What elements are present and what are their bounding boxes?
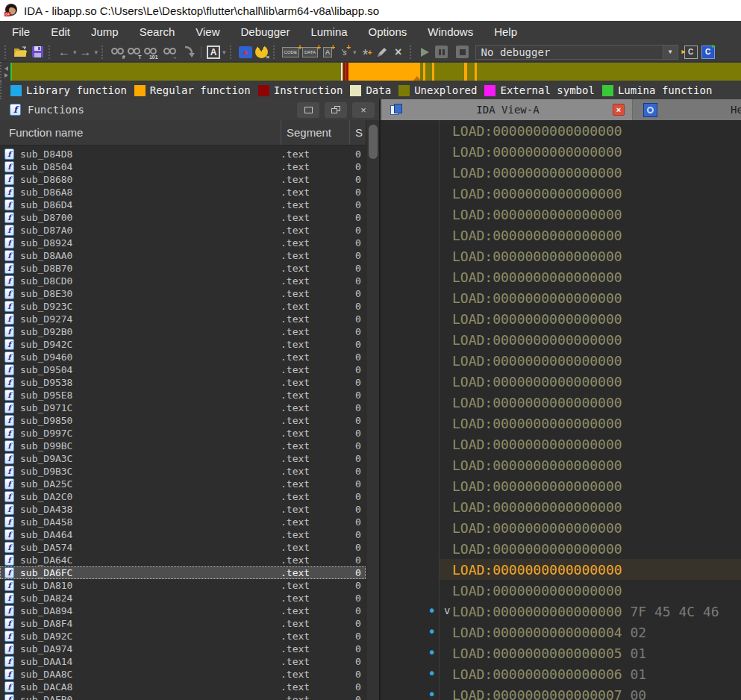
jump-button[interactable] xyxy=(182,44,196,60)
tab-close-button[interactable]: × xyxy=(613,104,625,116)
disassembly-line[interactable]: LOAD:0000000000000000 xyxy=(381,496,741,517)
toolbar-drag-handle[interactable] xyxy=(410,46,414,59)
make-struct-button[interactable]: 's+ xyxy=(337,44,351,60)
make-code-button[interactable]: CODE+ xyxy=(282,44,299,60)
functions-column-header[interactable]: Function name Segment S xyxy=(0,120,379,146)
disassembly-line[interactable]: •LOAD:0000000000000007 00 xyxy=(381,684,741,700)
disassembly-line[interactable]: LOAD:0000000000000000 xyxy=(381,371,741,392)
disassembly-line[interactable]: •LOAD:0000000000000005 01 xyxy=(381,643,741,663)
table-row[interactable]: fsub_D9504.text0 xyxy=(0,363,366,376)
search-next-button[interactable]: → xyxy=(163,44,176,60)
navigation-band[interactable] xyxy=(10,63,741,81)
attach-remote-button[interactable]: ▸C xyxy=(684,46,698,59)
table-row[interactable]: fsub_D971C.text0 xyxy=(0,401,366,414)
table-row[interactable]: fsub_DA92C.text0 xyxy=(0,630,366,643)
problems-button[interactable]: ▲ xyxy=(239,44,252,60)
edit-button[interactable] xyxy=(375,44,389,60)
debugger-selector[interactable]: No debugger ▼ xyxy=(475,45,678,60)
disassembly-line[interactable]: •vLOAD:0000000000000000 7F 45 4C 46 xyxy=(381,601,741,622)
table-row[interactable]: fsub_DA824.text0 xyxy=(0,592,366,604)
toolbar-drag-handle[interactable] xyxy=(49,46,53,59)
table-row[interactable]: fsub_D87A0.text0 xyxy=(0,224,366,237)
scrollbar-thumb[interactable] xyxy=(369,125,378,159)
table-row[interactable]: fsub_D8E30.text0 xyxy=(0,287,366,300)
table-row[interactable]: fsub_DA574.text0 xyxy=(0,541,366,554)
debugger-dropdown-button[interactable]: ▼ xyxy=(663,46,678,59)
table-row[interactable]: fsub_D9538.text0 xyxy=(0,376,366,389)
table-row[interactable]: fsub_D84D8.text0 xyxy=(0,148,366,160)
close-button[interactable]: × xyxy=(352,102,375,118)
disassembly-line[interactable]: LOAD:0000000000000000 xyxy=(381,350,741,371)
disassembly-line[interactable]: LOAD:0000000000000000 xyxy=(381,454,741,475)
functions-scrollbar[interactable] xyxy=(366,120,379,700)
toolbar-drag-handle[interactable] xyxy=(101,46,106,59)
undefine-button[interactable]: *+ xyxy=(359,44,372,60)
disassembly-line[interactable]: LOAD:0000000000000000 xyxy=(381,120,741,141)
table-row[interactable]: fsub_D9274.text0 xyxy=(0,313,366,325)
disassembly-line[interactable]: LOAD:0000000000000000 xyxy=(381,287,741,308)
table-row[interactable]: fsub_D997C.text0 xyxy=(0,427,366,440)
navband-right-arrow-icon[interactable] xyxy=(4,73,8,78)
table-row[interactable]: fsub_D9B3C.text0 xyxy=(0,465,366,478)
collapse-chevron-icon[interactable]: v xyxy=(444,604,450,616)
disassembly-line[interactable]: LOAD:0000000000000000 xyxy=(381,580,741,601)
table-row[interactable]: fsub_DA6FC.text0 xyxy=(0,566,366,579)
table-row[interactable]: fsub_D942C.text0 xyxy=(0,338,366,351)
table-row[interactable]: fsub_D86A8.text0 xyxy=(0,186,366,199)
table-row[interactable]: fsub_D95E8.text0 xyxy=(0,389,366,401)
disassembly-line[interactable]: LOAD:0000000000000000 xyxy=(381,204,741,225)
table-row[interactable]: fsub_D9850.text0 xyxy=(0,414,366,427)
disassembly-line[interactable]: LOAD:0000000000000000 xyxy=(381,308,741,329)
maximize-button[interactable] xyxy=(297,102,319,118)
table-row[interactable]: fsub_D99BC.text0 xyxy=(0,440,366,452)
text-view-button[interactable]: A xyxy=(207,44,220,60)
disassembly-line[interactable]: •LOAD:0000000000000004 02 xyxy=(381,622,741,643)
navband-scroll-arrows[interactable] xyxy=(0,62,10,81)
table-row[interactable]: fsub_D8680.text0 xyxy=(0,173,366,186)
table-row[interactable]: fsub_D8504.text0 xyxy=(0,160,366,173)
disassembly-line[interactable]: LOAD:0000000000000000 xyxy=(381,141,741,162)
disassembly-line-selected[interactable]: LOAD:0000000000000000 xyxy=(381,559,741,580)
make-data-button[interactable]: DATA+ xyxy=(302,44,318,60)
make-dropdown-icon[interactable]: ▾ xyxy=(353,49,357,56)
disassembly-line[interactable]: LOAD:0000000000000000 xyxy=(381,162,741,183)
table-row[interactable]: fsub_DA25C.text0 xyxy=(0,478,366,490)
column-function-name[interactable]: Function name xyxy=(0,126,281,139)
menu-lumina[interactable]: Lumina xyxy=(300,21,357,43)
navigate-back-button[interactable]: ← xyxy=(57,44,71,60)
toolbar-drag-handle[interactable] xyxy=(230,46,234,59)
disassembly-line[interactable]: LOAD:0000000000000000 xyxy=(381,434,741,454)
menu-windows[interactable]: Windows xyxy=(417,21,484,43)
menu-debugger[interactable]: Debugger xyxy=(231,21,301,43)
menu-help[interactable]: Help xyxy=(484,21,528,43)
table-row[interactable]: fsub_D8CD0.text0 xyxy=(0,275,366,287)
table-row[interactable]: fsub_DA458.text0 xyxy=(0,516,366,528)
table-row[interactable]: fsub_DA894.text0 xyxy=(0,604,366,617)
disassembly-line[interactable]: LOAD:0000000000000000 xyxy=(381,246,741,266)
disassembly-line[interactable]: LOAD:0000000000000000 xyxy=(381,517,741,538)
make-string-button[interactable]: A+ xyxy=(321,44,334,60)
text-view-dropdown-icon[interactable]: ▾ xyxy=(222,49,226,56)
search-text-button[interactable]: T xyxy=(127,44,140,60)
menu-jump[interactable]: Jump xyxy=(81,21,129,43)
menu-search[interactable]: Search xyxy=(129,21,186,43)
table-row[interactable]: fsub_D8924.text0 xyxy=(0,237,366,249)
restore-button[interactable] xyxy=(325,102,347,118)
table-row[interactable]: fsub_DA974.text0 xyxy=(0,643,366,655)
disassembly-line[interactable]: LOAD:0000000000000000 xyxy=(381,266,741,287)
tab-ida-view-a[interactable]: IDA View-A × xyxy=(382,99,633,120)
search-binary-button[interactable]: 101 xyxy=(143,44,157,60)
disassembly-line[interactable]: •LOAD:0000000000000006 01 xyxy=(381,663,741,684)
table-row[interactable]: fsub_DAEB0.text0 xyxy=(0,693,366,700)
table-row[interactable]: fsub_DA464.text0 xyxy=(0,528,366,541)
disassembly-line[interactable]: LOAD:0000000000000000 xyxy=(381,538,741,559)
disassembly-line[interactable]: LOAD:0000000000000000 xyxy=(381,475,741,496)
back-dropdown-icon[interactable]: ▾ xyxy=(73,49,77,56)
table-row[interactable]: fsub_D8700.text0 xyxy=(0,211,366,224)
pause-process-button[interactable] xyxy=(435,44,448,60)
table-row[interactable]: fsub_D8AA0.text0 xyxy=(0,249,366,262)
hex-view-title-partial[interactable]: He xyxy=(731,104,741,116)
start-process-button[interactable] xyxy=(419,44,432,60)
table-row[interactable]: fsub_DAA8C.text0 xyxy=(0,668,366,681)
forward-dropdown-icon[interactable]: ▾ xyxy=(95,49,99,56)
